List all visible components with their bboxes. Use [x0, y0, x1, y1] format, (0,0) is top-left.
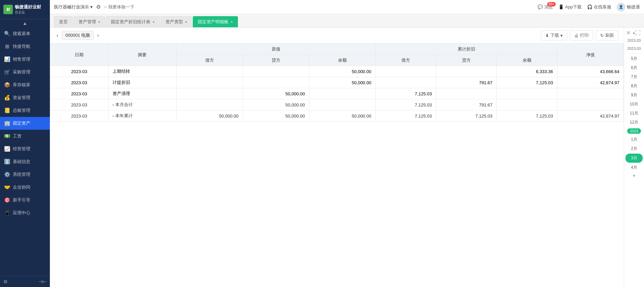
customer-service-btn[interactable]: 🎧 在线客服: [587, 4, 611, 10]
sidebar-item-operations[interactable]: 📈 经营管理: [0, 142, 50, 155]
table-row: [176, 88, 243, 99]
table-row: 42,874.97: [557, 110, 623, 122]
month-5[interactable]: 5月: [624, 54, 644, 63]
topbar-right: 💬 消息 99+ 📱 App下载 🎧 在线客服 👤 畅捷通: [538, 3, 640, 11]
sidebar-item-system[interactable]: ⚙️ 系统管理: [0, 168, 50, 181]
company-selector[interactable]: 医疗器械行业演示 ▾: [54, 4, 93, 10]
month-4[interactable]: 4月: [624, 163, 644, 172]
sidebar-item-basic-info[interactable]: ℹ️ 基础信息: [0, 155, 50, 168]
table-row: [497, 99, 557, 110]
tabbar: 首页 资产管理 × 固定资产折旧统计表 × 资产类型 × 固定资产明细账 ×: [50, 14, 644, 28]
sidebar-item-fixed-assets[interactable]: 🏢 固定资产: [0, 117, 50, 130]
table-row: 计提折旧: [108, 77, 176, 88]
month-1[interactable]: 1月: [624, 135, 644, 144]
logo-title: 畅捷通好业财: [15, 4, 41, 10]
tab-depreciation-stat[interactable]: 固定资产折旧统计表 ×: [106, 16, 159, 27]
sidebar-item-enterprise[interactable]: 🤝 企业协同: [0, 181, 50, 194]
chevron-down-icon: ▾: [560, 33, 563, 38]
prev-asset-button[interactable]: ‹: [55, 32, 60, 39]
table-row: 791.67: [436, 77, 497, 88]
next-asset-button[interactable]: ›: [96, 32, 100, 39]
sidebar-search[interactable]: 🔍 搜索菜单: [0, 27, 50, 40]
table-row: [497, 88, 557, 99]
collapse-button[interactable]: ⊣⊢: [38, 279, 47, 284]
sidebar-item-guide[interactable]: 🎯 新手引导: [0, 194, 50, 206]
th-acc-credit: 贷方: [436, 55, 497, 66]
table-row: 50,000.00: [243, 99, 309, 110]
purchase-icon: 🛒: [4, 69, 10, 75]
close-asset-mgmt-icon[interactable]: ×: [98, 20, 100, 24]
grid-icon: ⊞: [4, 43, 10, 50]
month-2[interactable]: 2月: [624, 144, 644, 153]
table-row: 42,874.97: [557, 77, 623, 88]
table-row: 7,125.03: [497, 77, 557, 88]
user-menu[interactable]: 👤 畅捷通: [617, 3, 640, 11]
month-12[interactable]: 12月: [624, 118, 644, 127]
table-row: 2023-03: [50, 99, 109, 110]
table-row: [176, 66, 243, 77]
table-row: 2023-03: [50, 88, 109, 99]
panel-down-arrow[interactable]: ▼: [631, 172, 638, 180]
month-3-active[interactable]: 3月: [625, 154, 643, 163]
experience-icon: ○: [104, 4, 107, 9]
experience-btn[interactable]: ○ 我要体验一下: [104, 4, 134, 10]
close-depreciation-icon[interactable]: ×: [152, 20, 154, 24]
th-orig-balance: 余额: [309, 55, 375, 66]
month-8[interactable]: 8月: [624, 82, 644, 91]
info-icon: ℹ️: [4, 159, 10, 165]
date-header-2[interactable]: 2023.03: [624, 44, 644, 53]
handshake-icon: 🤝: [4, 184, 10, 190]
logo-sub: 普及版: [15, 10, 41, 15]
table-row: ▪本月合计: [108, 99, 176, 110]
month-9[interactable]: 9月: [624, 91, 644, 100]
sidebar-item-sales[interactable]: 📊 销售管理: [0, 53, 50, 66]
sidebar-scroll-up[interactable]: ▲: [0, 19, 50, 27]
tab-asset-detail[interactable]: 固定资产明细账 ×: [193, 16, 238, 27]
tab-home[interactable]: 首页: [54, 16, 73, 27]
sidebar-item-inventory[interactable]: 📦 库存核算: [0, 78, 50, 91]
sidebar-item-ledger[interactable]: 📒 总账管理: [0, 104, 50, 117]
search-icon: 🔍: [4, 31, 10, 37]
sidebar-item-quick-nav[interactable]: ⊞ 快捷导航: [0, 40, 50, 53]
table-row: [557, 99, 623, 110]
refresh-button[interactable]: ↻ 刷新: [596, 30, 618, 40]
print-icon: 🖨: [574, 33, 579, 38]
avatar: 👤: [617, 3, 625, 11]
tab-asset-mgmt[interactable]: 资产管理 ×: [73, 16, 105, 27]
settings-button[interactable]: ⚙: [3, 279, 8, 284]
sidebar-item-app-center[interactable]: 📱 应用中心: [0, 206, 50, 219]
month-10[interactable]: 10月: [624, 100, 644, 109]
tab-asset-type[interactable]: 资产类型 ×: [160, 16, 192, 27]
table-row: 50,000.00: [309, 77, 375, 88]
expand-panel-button[interactable]: ⛶: [633, 29, 643, 37]
table-row: [243, 66, 309, 77]
th-date: 日期: [50, 44, 109, 66]
table-row: 7,125.03: [375, 99, 436, 110]
th-net-value: 净值: [557, 44, 623, 66]
sidebar-item-finance[interactable]: 💰 资金管理: [0, 91, 50, 104]
close-asset-detail-icon[interactable]: ×: [231, 20, 233, 24]
table-row: [176, 99, 243, 110]
table-row: 7,125.03: [436, 110, 497, 122]
close-panel-button[interactable]: ✕: [624, 29, 633, 37]
download-button[interactable]: ⬇ 下载 ▾: [541, 30, 567, 40]
table-row: 50,000.00: [243, 88, 309, 99]
app-download-btn[interactable]: 📱 App下载: [558, 4, 582, 10]
settings-topbar-button[interactable]: ⚙: [96, 4, 101, 10]
th-acc-debit: 借方: [375, 55, 436, 66]
settings-icon: ⚙️: [4, 171, 10, 178]
table-row: [375, 66, 436, 77]
messages-btn[interactable]: 💬 消息 99+: [538, 4, 553, 10]
month-11[interactable]: 11月: [624, 109, 644, 118]
table-row: [176, 77, 243, 88]
month-7[interactable]: 7月: [624, 72, 644, 82]
message-badge: 99+: [547, 2, 556, 6]
table-row: ▪本年累计: [108, 110, 176, 122]
sidebar-item-salary[interactable]: 💵 工资: [0, 130, 50, 142]
close-asset-type-icon[interactable]: ×: [185, 20, 187, 24]
table-row: [436, 66, 497, 77]
window-controls: ✕ ⛶: [623, 28, 644, 38]
month-6[interactable]: 6月: [624, 63, 644, 72]
sidebar-item-purchase[interactable]: 🛒 采购管理: [0, 66, 50, 78]
print-button[interactable]: 🖨 打印: [570, 30, 593, 40]
